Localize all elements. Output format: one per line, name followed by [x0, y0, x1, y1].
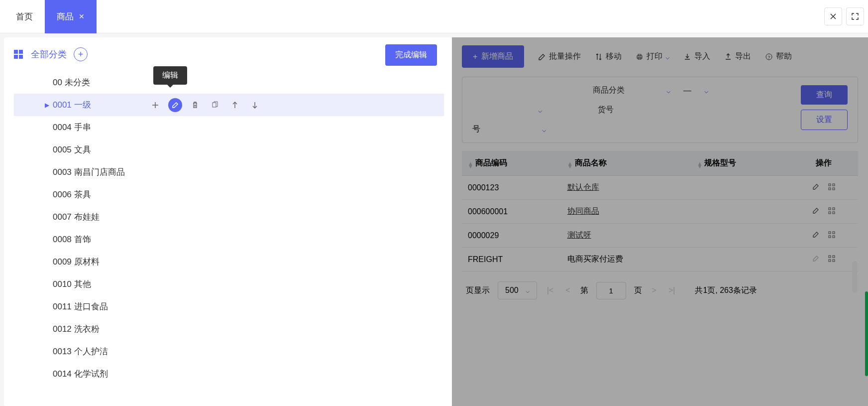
svg-rect-0 — [213, 103, 216, 107]
tree-item-label: 0003 南昌门店商品 — [53, 166, 125, 178]
tree-item-label: 0001 一级 — [53, 99, 91, 111]
table-scrollbar-thumb[interactable] — [852, 261, 857, 292]
tree-item-label: 0004 手串 — [53, 122, 91, 133]
tree-item-label: 0011 进口食品 — [53, 301, 108, 312]
tree-item[interactable]: 0006 茶具 — [14, 183, 444, 206]
close-icon[interactable]: ✕ — [79, 12, 85, 20]
category-tree: 00 未分类▶0001 一级0004 手串0005 文具0003 南昌门店商品0… — [14, 71, 446, 400]
edit-icon[interactable] — [168, 98, 182, 112]
tree-item-label: 0012 洗衣粉 — [53, 323, 100, 335]
tree-item[interactable]: 0014 化学试剂 — [14, 363, 444, 385]
tab-product-label: 商品 — [57, 11, 74, 22]
move-up-icon[interactable] — [228, 98, 242, 112]
grid-icon — [14, 49, 24, 59]
tab-product[interactable]: 商品 ✕ — [45, 0, 97, 33]
tree-item[interactable]: 0009 原材料 — [14, 251, 444, 273]
move-down-icon[interactable] — [248, 98, 262, 112]
expand-icon[interactable]: ▶ — [45, 102, 49, 109]
add-icon[interactable] — [148, 98, 162, 112]
tree-item[interactable]: ▶0001 一级 — [14, 94, 444, 116]
close-tab-button[interactable] — [824, 7, 842, 25]
tree-item-label: 00 未分类 — [53, 77, 90, 88]
product-panel: + 新增商品 批量操作 移动 打印 ⌵ 导入 — [452, 37, 868, 406]
tree-item-label: 0010 其他 — [53, 278, 91, 290]
x-icon — [829, 12, 837, 20]
modal-overlay[interactable] — [452, 37, 868, 406]
tab-home[interactable]: 首页 — [4, 0, 45, 33]
tree-item[interactable]: 0010 其他 — [14, 273, 444, 295]
finish-edit-button[interactable]: 完成编辑 — [385, 44, 437, 66]
fullscreen-icon — [851, 12, 859, 20]
tree-item[interactable]: 0012 洗衣粉 — [14, 318, 444, 340]
tree-item[interactable]: 0007 布娃娃 — [14, 206, 444, 228]
tab-bar: 首页 商品 ✕ — [0, 0, 868, 33]
tree-item[interactable]: 0008 首饰 — [14, 228, 444, 251]
tree-item-label: 0006 茶具 — [53, 189, 91, 200]
tree-item[interactable]: 00 未分类 — [14, 71, 444, 94]
fullscreen-button[interactable] — [846, 7, 864, 25]
tree-item-label: 0014 化学试剂 — [53, 368, 108, 380]
tree-item-label: 0007 布娃娃 — [53, 211, 100, 223]
tree-item-label: 0009 原材料 — [53, 256, 100, 268]
tree-item[interactable]: 0005 文具 — [14, 138, 444, 161]
tree-item[interactable]: 0003 南昌门店商品 — [14, 161, 444, 183]
edit-tooltip: 编辑 — [153, 66, 187, 85]
category-title[interactable]: 全部分类 — [31, 48, 67, 60]
tree-item[interactable]: 0004 手串 — [14, 116, 444, 138]
add-category-button[interactable]: + — [74, 47, 88, 61]
category-panel: 全部分类 + 完成编辑 编辑 00 未分类▶0001 一级0004 手串0005… — [4, 37, 452, 406]
tree-item-toolbar — [148, 98, 262, 112]
copy-icon[interactable] — [208, 98, 222, 112]
tree-item-label: 0008 首饰 — [53, 234, 91, 245]
tree-item-label: 0005 文具 — [53, 144, 91, 155]
tab-home-label: 首页 — [16, 11, 33, 22]
tree-item[interactable]: 0011 进口食品 — [14, 295, 444, 318]
delete-icon[interactable] — [188, 98, 202, 112]
tree-item[interactable]: 0013 个人护洁 — [14, 340, 444, 363]
tree-item-label: 0013 个人护洁 — [53, 346, 108, 357]
